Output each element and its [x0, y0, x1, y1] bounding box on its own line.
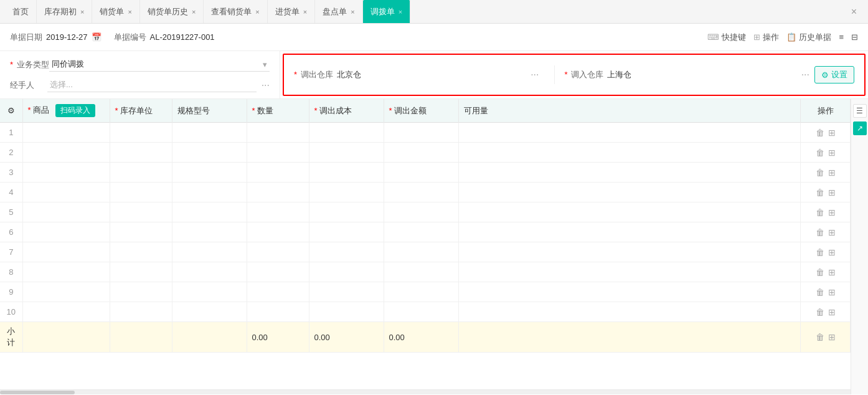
copy-icon[interactable]: ⊞	[828, 128, 836, 138]
spec-cell[interactable]	[172, 242, 247, 262]
product-cell[interactable]	[22, 302, 110, 322]
target-warehouse-more-icon[interactable]: ···	[796, 69, 814, 80]
spec-cell[interactable]	[172, 183, 247, 202]
copy-icon[interactable]: ⊞	[828, 287, 836, 297]
tab-sales-history[interactable]: 销货单历史 ×	[140, 0, 204, 23]
horizontal-scrollbar[interactable]	[0, 389, 851, 394]
tab-inventory-init[interactable]: 库存期初 ×	[37, 0, 92, 23]
amount-cell[interactable]	[384, 302, 458, 322]
amount-cell[interactable]	[384, 262, 458, 282]
cost-cell[interactable]	[309, 183, 384, 202]
cost-cell[interactable]	[309, 202, 384, 222]
business-type-select[interactable]: 同价调拨 ▾	[49, 57, 270, 72]
spec-cell[interactable]	[172, 222, 247, 242]
close-icon[interactable]: ×	[303, 8, 307, 16]
cost-cell[interactable]	[309, 262, 384, 282]
copy-icon[interactable]: ⊞	[828, 332, 836, 342]
handler-select[interactable]: 选择...	[47, 78, 257, 92]
copy-icon[interactable]: ⊞	[828, 227, 836, 237]
qty-cell[interactable]	[247, 202, 309, 222]
scan-button[interactable]: 扫码录入	[55, 104, 95, 117]
delete-icon[interactable]: 🗑	[816, 332, 824, 342]
unit-cell[interactable]	[110, 123, 172, 143]
qty-cell[interactable]	[247, 242, 309, 262]
amount-cell[interactable]	[384, 123, 458, 143]
tab-inventory-count[interactable]: 盘点单 ×	[315, 0, 362, 23]
tab-purchase-order[interactable]: 进货单 ×	[268, 0, 315, 23]
cost-cell[interactable]	[309, 123, 384, 143]
spec-cell[interactable]	[172, 262, 247, 282]
delete-icon[interactable]: 🗑	[816, 307, 824, 317]
product-cell[interactable]	[22, 282, 110, 302]
amount-cell[interactable]	[384, 202, 458, 222]
unit-cell[interactable]	[110, 222, 172, 242]
history-button[interactable]: 📋 历史单据	[786, 32, 831, 43]
copy-icon[interactable]: ⊞	[828, 207, 836, 217]
spec-cell[interactable]	[172, 143, 247, 163]
tab-sales-order[interactable]: 销货单 ×	[92, 0, 139, 23]
cost-cell[interactable]	[309, 143, 384, 163]
unit-cell[interactable]	[110, 282, 172, 302]
cost-cell[interactable]	[309, 163, 384, 183]
sidebar-export-icon[interactable]: ↗	[853, 121, 867, 135]
copy-icon[interactable]: ⊞	[828, 188, 836, 198]
product-cell[interactable]	[22, 163, 110, 183]
amount-cell[interactable]	[384, 143, 458, 163]
amount-cell[interactable]	[384, 183, 458, 202]
delete-icon[interactable]: 🗑	[816, 128, 824, 138]
tab-transfer-order[interactable]: 调拨单 ×	[363, 0, 410, 23]
settings-button[interactable]: ⚙ 设置	[814, 66, 854, 83]
copy-icon[interactable]: ⊞	[828, 307, 836, 317]
source-warehouse-more-icon[interactable]: ···	[526, 69, 544, 80]
close-all-button[interactable]: ×	[845, 6, 863, 17]
close-icon-active[interactable]: ×	[399, 8, 402, 16]
delete-icon[interactable]: 🗑	[816, 267, 824, 277]
close-icon[interactable]: ×	[351, 8, 354, 16]
copy-icon[interactable]: ⊞	[828, 148, 836, 158]
scroll-thumb[interactable]	[0, 391, 75, 394]
cost-cell[interactable]	[309, 222, 384, 242]
product-cell[interactable]	[22, 242, 110, 262]
product-cell[interactable]	[22, 202, 110, 222]
qty-cell[interactable]	[247, 183, 309, 202]
qty-cell[interactable]	[247, 123, 309, 143]
spec-cell[interactable]	[172, 282, 247, 302]
cost-cell[interactable]	[309, 282, 384, 302]
delete-icon[interactable]: 🗑	[816, 207, 824, 217]
product-cell[interactable]	[22, 143, 110, 163]
cost-cell[interactable]	[309, 302, 384, 322]
product-cell[interactable]	[22, 262, 110, 282]
operations-button[interactable]: ⊞ 操作	[753, 32, 779, 43]
product-cell[interactable]	[22, 222, 110, 242]
layout-toggle-2[interactable]: ⊟	[851, 32, 858, 42]
shortcuts-button[interactable]: ⌨ 快捷键	[707, 32, 746, 43]
qty-cell[interactable]	[247, 262, 309, 282]
unit-cell[interactable]	[110, 163, 172, 183]
unit-cell[interactable]	[110, 183, 172, 202]
unit-cell[interactable]	[110, 143, 172, 163]
unit-cell[interactable]	[110, 242, 172, 262]
product-cell[interactable]	[22, 183, 110, 202]
amount-cell[interactable]	[384, 282, 458, 302]
close-icon[interactable]: ×	[128, 8, 131, 16]
spec-cell[interactable]	[172, 123, 247, 143]
spec-cell[interactable]	[172, 163, 247, 183]
close-icon[interactable]: ×	[255, 8, 259, 16]
copy-icon[interactable]: ⊞	[828, 247, 836, 257]
tab-view-sales[interactable]: 查看销货单 ×	[204, 0, 267, 23]
amount-cell[interactable]	[384, 163, 458, 183]
delete-icon[interactable]: 🗑	[816, 247, 824, 257]
copy-icon[interactable]: ⊞	[828, 168, 836, 178]
amount-cell[interactable]	[384, 242, 458, 262]
calendar-icon[interactable]: 📅	[92, 32, 101, 42]
close-icon[interactable]: ×	[80, 8, 84, 16]
unit-cell[interactable]	[110, 202, 172, 222]
layout-toggle-1[interactable]: ≡	[839, 32, 844, 42]
spec-cell[interactable]	[172, 202, 247, 222]
more-icon[interactable]: ···	[262, 80, 270, 91]
qty-cell[interactable]	[247, 302, 309, 322]
spec-cell[interactable]	[172, 302, 247, 322]
unit-cell[interactable]	[110, 262, 172, 282]
delete-icon[interactable]: 🗑	[816, 227, 824, 237]
qty-cell[interactable]	[247, 222, 309, 242]
